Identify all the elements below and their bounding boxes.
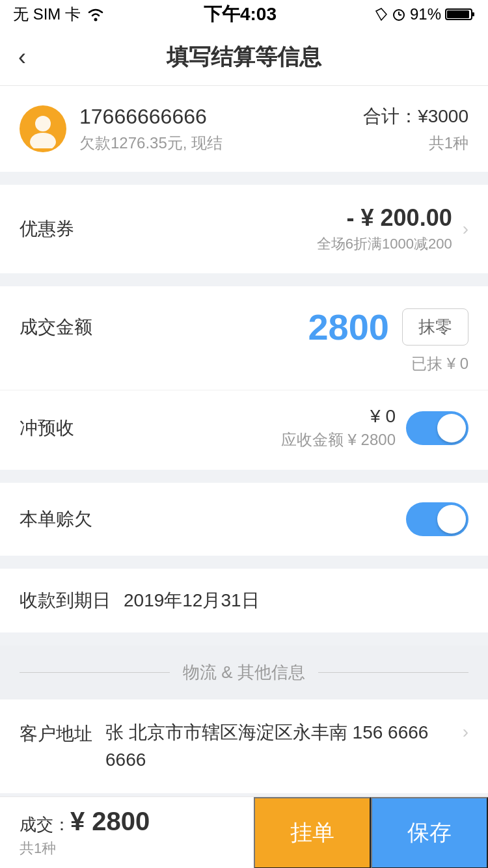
prepay-amount: ¥ 0 应收金额 ¥ 2800: [281, 406, 396, 450]
avatar: [20, 105, 66, 152]
address-chevron-icon: ›: [463, 722, 468, 742]
coupon-discount: - ¥ 200.00: [317, 204, 452, 232]
summary-line1: 成交：¥ 2800: [20, 807, 234, 836]
svg-rect-6: [472, 12, 474, 16]
sim-text: 无 SIM 卡: [13, 4, 81, 25]
user-debt: 欠款1276.35元, 现结: [79, 133, 223, 154]
transaction-right: 2800 抹零: [308, 306, 468, 348]
user-left: 17666666666 欠款1276.35元, 现结: [20, 105, 223, 154]
order-total: 合计：¥3000: [363, 104, 468, 129]
address-value: 张 北京市市辖区海淀区永丰南 156 6666 6666: [105, 719, 452, 774]
status-time: 下午4:03: [204, 2, 277, 27]
svg-rect-5: [447, 10, 469, 18]
coupon-right: - ¥ 200.00 全场6折满1000减200 ›: [317, 204, 468, 254]
battery-text: 91%: [410, 5, 441, 23]
transaction-sub: 已抹 ¥ 0: [20, 353, 468, 374]
bottom-summary: 成交：¥ 2800 共1种: [0, 807, 254, 858]
transaction-row: 成交金额 2800 抹零: [20, 306, 468, 348]
coupon-chevron-icon: ›: [463, 219, 468, 239]
bottom-bar: 成交：¥ 2800 共1种 挂单 保存: [0, 796, 488, 868]
order-count: 共1种: [363, 133, 468, 154]
address-section[interactable]: 客户地址 张 北京市市辖区海淀区永丰南 156 6666 6666 ›: [0, 699, 488, 793]
transaction-amount: 2800: [308, 306, 389, 348]
summary-label: 成交：: [20, 815, 70, 834]
battery-icon: [445, 7, 475, 21]
summary-count: 共1种: [20, 839, 234, 858]
prepay-sub: 应收金额 ¥ 2800: [281, 429, 396, 450]
nav-bar: ‹ 填写结算等信息: [0, 29, 488, 86]
logistics-divider: 物流 & 其他信息: [0, 645, 488, 699]
svg-point-7: [35, 116, 51, 131]
debt-toggle-thumb: [437, 505, 466, 534]
coupon-desc: 全场6折满1000减200: [317, 234, 452, 254]
prepay-row: 冲预收 ¥ 0 应收金额 ¥ 2800: [20, 406, 468, 450]
back-button[interactable]: ‹: [18, 44, 26, 71]
coupon-label: 优惠券: [20, 217, 74, 241]
wifi-icon: [86, 7, 105, 21]
summary-amount: ¥ 2800: [70, 807, 150, 835]
debt-toggle[interactable]: [406, 502, 468, 536]
alarm-icon: [392, 7, 406, 21]
user-info: 17666666666 欠款1276.35元, 现结: [79, 105, 223, 154]
coupon-info: - ¥ 200.00 全场6折满1000减200: [317, 204, 452, 254]
location-icon: [375, 7, 388, 21]
round-button[interactable]: 抹零: [402, 308, 468, 346]
debt-label: 本单赊欠: [20, 507, 92, 532]
coupon-row[interactable]: 优惠券 - ¥ 200.00 全场6折满1000减200 ›: [0, 185, 488, 273]
duedate-section: 收款到期日 2019年12月31日: [0, 569, 488, 632]
transaction-section: 成交金额 2800 抹零 已抹 ¥ 0 冲预收 ¥ 0 应收金额 ¥ 2800: [0, 286, 488, 470]
hold-button[interactable]: 挂单: [254, 797, 371, 869]
debt-section: 本单赊欠: [0, 483, 488, 556]
user-card: 17666666666 欠款1276.35元, 现结 合计：¥3000 共1种: [0, 86, 488, 172]
status-left: 无 SIM 卡: [13, 4, 105, 25]
svg-point-8: [30, 133, 56, 148]
address-label: 客户地址: [20, 722, 92, 746]
page-title: 填写结算等信息: [167, 42, 321, 72]
prepay-label: 冲预收: [20, 416, 74, 441]
transaction-label: 成交金额: [20, 315, 92, 340]
content-area: 17666666666 欠款1276.35元, 现结 合计：¥3000 共1种 …: [0, 86, 488, 868]
user-phone: 17666666666: [79, 105, 223, 129]
status-bar: 无 SIM 卡 下午4:03 91%: [0, 0, 488, 29]
prepay-value: ¥ 0: [281, 406, 396, 427]
user-right: 合计：¥3000 共1种: [363, 104, 468, 154]
prepay-right: ¥ 0 应收金额 ¥ 2800: [281, 406, 468, 450]
save-button[interactable]: 保存: [371, 797, 488, 869]
logistics-label: 物流 & 其他信息: [170, 661, 318, 684]
duedate-value: 2019年12月31日: [124, 588, 260, 613]
status-right: 91%: [375, 5, 475, 23]
divider-line-right: [318, 672, 468, 673]
duedate-label: 收款到期日: [20, 588, 111, 613]
toggle-thumb: [437, 414, 466, 442]
divider-line-left: [20, 672, 170, 673]
coupon-section: 优惠券 - ¥ 200.00 全场6折满1000减200 ›: [0, 185, 488, 273]
prepay-toggle[interactable]: [406, 411, 468, 445]
svg-point-0: [94, 18, 98, 21]
